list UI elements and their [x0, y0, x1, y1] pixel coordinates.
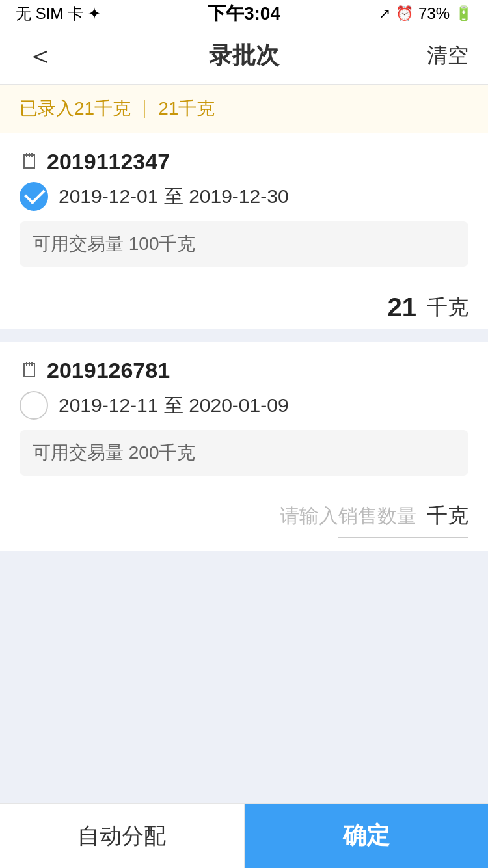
- batch-checkbox-1[interactable]: [20, 182, 48, 211]
- nav-bar: ＜ 录批次 清空: [0, 27, 488, 85]
- card-separator: [0, 329, 488, 342]
- recorded-label: 已录入21千克: [20, 96, 131, 121]
- batch-avail-1: 可用交易量 100千克: [20, 221, 468, 267]
- batch-quantity-row-1: 千克: [20, 280, 468, 329]
- status-bar-time: 下午3:04: [208, 1, 280, 26]
- info-banner: 已录入21千克 21千克: [0, 85, 488, 133]
- battery-label: 73%: [418, 5, 450, 23]
- footer: 自动分配 确定: [0, 803, 488, 868]
- batch-qty-unit-2: 千克: [427, 502, 468, 530]
- batch-qty-placeholder-2: 请输入销售数量: [20, 503, 416, 530]
- page-title: 录批次: [209, 40, 279, 72]
- batch-date-1: 2019-12-01 至 2019-12-30: [59, 183, 289, 210]
- batch-header-2: 🗒 2019126781: [20, 358, 468, 383]
- batch-date-2: 2019-12-11 至 2020-01-09: [59, 392, 289, 419]
- battery-icon: 🔋: [455, 5, 472, 22]
- status-bar: 无 SIM 卡 ✦ 下午3:04 ↗ ⏰ 73% 🔋: [0, 0, 488, 27]
- batch-date-row-2: 2019-12-11 至 2020-01-09: [20, 391, 468, 420]
- batch-card-1: 🗒 2019112347 2019-12-01 至 2019-12-30 可用交…: [0, 133, 488, 329]
- batch-id-1: 2019112347: [47, 149, 170, 174]
- batch-doc-icon-2: 🗒: [20, 359, 40, 383]
- recorded-value: 21千克: [158, 96, 215, 121]
- status-bar-left: 无 SIM 卡 ✦: [16, 3, 101, 24]
- location-icon: ↗: [379, 5, 390, 22]
- info-divider: [144, 100, 145, 118]
- batch-header-1: 🗒 2019112347: [20, 149, 468, 174]
- status-bar-right: ↗ ⏰ 73% 🔋: [379, 5, 472, 23]
- batch-checkbox-2[interactable]: [20, 391, 48, 420]
- batch-id-2: 2019126781: [47, 358, 170, 383]
- batch-doc-icon-1: 🗒: [20, 150, 40, 174]
- batch-card-2: 🗒 2019126781 2019-12-11 至 2020-01-09 可用交…: [0, 342, 488, 551]
- alarm-icon: ⏰: [396, 5, 413, 22]
- batch-avail-wrapper-2: 可用交易量 200千克: [20, 430, 468, 476]
- auto-distribute-button[interactable]: 自动分配: [0, 804, 245, 868]
- clear-button[interactable]: 清空: [427, 42, 468, 70]
- confirm-button[interactable]: 确定: [245, 804, 489, 868]
- sim-status: 无 SIM 卡 ✦: [16, 3, 101, 24]
- batch-avail-2: 可用交易量 200千克: [20, 430, 468, 476]
- back-button[interactable]: ＜: [20, 30, 61, 81]
- batch-quantity-row-2: 请输入销售数量 千克: [20, 489, 468, 537]
- batch-avail-wrapper-1: 可用交易量 100千克: [20, 221, 468, 267]
- batch-date-row-1: 2019-12-01 至 2019-12-30: [20, 182, 468, 211]
- batch-qty-unit-1: 千克: [427, 293, 468, 322]
- batch-qty-input-1[interactable]: [338, 293, 416, 322]
